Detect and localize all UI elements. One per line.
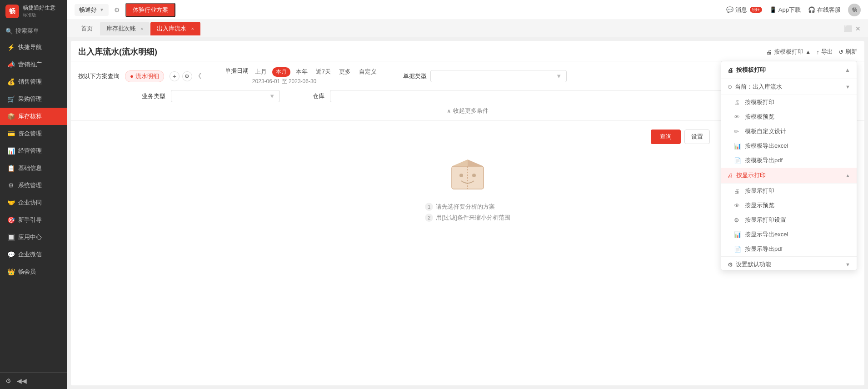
sidebar-item-purchase[interactable]: 🛒 采购管理 — [0, 90, 67, 108]
inventory-icon: 📦 — [7, 113, 15, 120]
collapse-icon: ∧ — [447, 108, 451, 115]
biz-type-select[interactable]: ▼ — [171, 90, 280, 102]
dropdown-item-display-preview[interactable]: 👁 按显示预览 — [721, 198, 857, 213]
sidebar-item-enterprise-wechat[interactable]: 💬 企业微信 — [0, 246, 67, 263]
sidebar-item-operation[interactable]: 📊 经营管理 — [0, 142, 67, 160]
sidebar-item-system[interactable]: ⚙ 系统管理 — [0, 177, 67, 194]
current-indicator-icon: ⊙ — [728, 84, 732, 90]
dropdown-item-template-custom[interactable]: ✏ 模板自定义设计 — [721, 124, 857, 139]
display-preview-label: 按显示预览 — [745, 201, 774, 209]
settings-button[interactable]: 设置 — [684, 130, 710, 144]
dropdown-item-display-excel[interactable]: 📊 按显示导出excel — [721, 227, 857, 242]
sidebar-item-sales[interactable]: 💰 销售管理 — [0, 73, 67, 90]
date-option-custom[interactable]: 自定义 — [356, 67, 379, 77]
svg-point-5 — [459, 174, 463, 177]
date-option-this-month[interactable]: 本月 — [272, 67, 290, 77]
display-print-label: 按显示打印 — [745, 187, 774, 195]
tab-inout-flow[interactable]: 出入库流水 × — [150, 22, 200, 35]
export-button[interactable]: ↑ 导出 — [817, 48, 833, 56]
dropdown-scroll-up[interactable]: ▲ — [845, 67, 850, 73]
logo-badge: 标准版 — [23, 12, 55, 18]
app-download-button[interactable]: 📱 App下载 — [769, 6, 801, 14]
sidebar-settings-icon[interactable]: ⚙ — [5, 377, 11, 384]
sidebar-item-label: 销售管理 — [18, 78, 42, 86]
sidebar-item-app-center[interactable]: 🔲 应用中心 — [0, 229, 67, 246]
online-service-button[interactable]: 🎧 在线客服 — [808, 6, 841, 14]
topbar-user[interactable]: 畅通好 ▼ — [75, 4, 109, 16]
dropdown-panel-header: 🖨 按模板打印 ▲ — [721, 61, 857, 79]
dropdown-display-section[interactable]: 🖨 按显示打印 ▲ — [721, 168, 857, 184]
date-field-label: 单据日期 — [225, 67, 249, 75]
display-print-icon: 🖨 — [734, 188, 741, 194]
maximize-icon[interactable]: ⬜ — [844, 25, 852, 32]
sidebar-bottom: ⚙ ◀◀ — [0, 372, 67, 389]
sidebar-item-label: 采购管理 — [18, 95, 42, 103]
sidebar-item-marketing[interactable]: 📣 营销推广 — [0, 56, 67, 73]
guide-icon: 🎯 — [7, 216, 15, 224]
collapse-label: 收起更多条件 — [453, 107, 489, 115]
sidebar-search[interactable]: 🔍 搜索菜单 — [0, 23, 67, 39]
filter-tag[interactable]: ● 流水明细 — [125, 70, 164, 82]
sidebar-logo: 畅 畅捷通好生意 标准版 — [0, 0, 67, 23]
sidebar-item-vip[interactable]: 👑 畅会员 — [0, 263, 67, 280]
dropdown-footer[interactable]: ⚙ 设置默认功能 ▼ — [721, 256, 857, 270]
dropdown-item-template-excel[interactable]: 📊 按模板导出excel — [721, 139, 857, 153]
tab-home[interactable]: 首页 — [75, 22, 99, 35]
sidebar-item-enterprise[interactable]: 🤝 企业协同 — [0, 194, 67, 211]
filter-tag-icon: ● — [130, 73, 134, 80]
topbar-actions: 💬 消息 99+ 📱 App下载 🎧 在线客服 畅 — [726, 4, 861, 16]
current-indicator-chevron: ▼ — [845, 84, 850, 90]
avatar[interactable]: 畅 — [848, 4, 861, 16]
refresh-button[interactable]: ↺ 刷新 — [838, 48, 857, 56]
filter-setting-button[interactable]: ⚙ — [182, 71, 192, 81]
tab-inventory-batch-close[interactable]: × — [140, 26, 143, 31]
dropdown-item-template-print[interactable]: 🖨 按模板打印 — [721, 95, 857, 110]
search-icon: 🔍 — [5, 28, 13, 35]
online-service-icon: 🎧 — [808, 6, 815, 13]
dropdown-item-display-settings[interactable]: ⚙ 按显示打印设置 — [721, 213, 857, 227]
display-section-icon: 🖨 — [728, 172, 733, 179]
dropdown-panel: 🖨 按模板打印 ▲ ⊙ 当前：出入库流水 ▼ 🖨 按模板打印 — [721, 61, 857, 270]
sidebar-item-quick-nav[interactable]: ⚡ 快捷导航 — [0, 39, 67, 56]
enterprise-wechat-icon: 💬 — [7, 251, 15, 258]
close-main-icon[interactable]: ✕ — [855, 25, 861, 32]
query-button[interactable]: 查询 — [651, 130, 681, 144]
dropdown-item-template-pdf[interactable]: 📄 按模板导出pdf — [721, 153, 857, 168]
footer-settings-icon: ⚙ — [728, 261, 733, 268]
sidebar-item-finance[interactable]: 💳 资金管理 — [0, 125, 67, 142]
enterprise-icon: 🤝 — [7, 199, 15, 206]
dropdown-item-display-print[interactable]: 🖨 按显示打印 — [721, 184, 857, 198]
sidebar-item-guide[interactable]: 🎯 新手引导 — [0, 211, 67, 229]
date-option-this-year[interactable]: 本年 — [293, 67, 310, 77]
tab-inout-flow-close[interactable]: × — [191, 26, 194, 31]
dropdown-item-display-pdf[interactable]: 📄 按显示导出pdf — [721, 242, 857, 256]
filter-add-button[interactable]: + — [170, 71, 180, 81]
empty-tip-1: 1 请先选择要分析的方案 — [425, 203, 510, 211]
refresh-icon: ↺ — [838, 49, 843, 55]
app-center-icon: 🔲 — [7, 234, 15, 241]
collapse-more-button[interactable]: ∧ 收起更多条件 — [447, 107, 489, 115]
date-option-more[interactable]: 更多 — [336, 67, 354, 77]
trial-button[interactable]: 体验行业方案 — [125, 3, 175, 17]
sidebar-item-inventory[interactable]: 📦 库存核算 — [0, 108, 67, 125]
tab-inventory-batch[interactable]: 库存批次账 × — [100, 22, 150, 35]
export-icon: ↑ — [817, 49, 820, 55]
date-option-7days[interactable]: 近7天 — [313, 67, 334, 77]
print-label: 按模板打印 — [774, 48, 803, 56]
doc-type-select[interactable]: ▼ — [430, 70, 567, 82]
footer-label: 设置默认功能 — [736, 260, 771, 269]
vip-icon: 👑 — [7, 268, 15, 275]
topbar-gear-icon[interactable]: ⚙ — [114, 6, 120, 14]
sidebar-item-label: 企业协同 — [18, 199, 42, 207]
filter-collapse-button[interactable]: 《 — [195, 72, 201, 80]
logo-icon: 畅 — [5, 5, 19, 18]
dropdown-item-template-preview[interactable]: 👁 按模板预览 — [721, 110, 857, 124]
date-option-last-month[interactable]: 上月 — [252, 67, 269, 77]
sidebar-collapse-icon[interactable]: ◀◀ — [17, 377, 27, 384]
filter-label: 按以下方案查询 — [78, 72, 120, 80]
message-button[interactable]: 💬 消息 99+ — [726, 6, 762, 14]
sidebar-item-basic-info[interactable]: 📋 基础信息 — [0, 160, 67, 177]
print-button[interactable]: 🖨 按模板打印 ▲ — [766, 48, 811, 56]
sidebar-item-label: 新手引导 — [18, 216, 42, 224]
sidebar-item-label: 快捷导航 — [18, 43, 42, 51]
